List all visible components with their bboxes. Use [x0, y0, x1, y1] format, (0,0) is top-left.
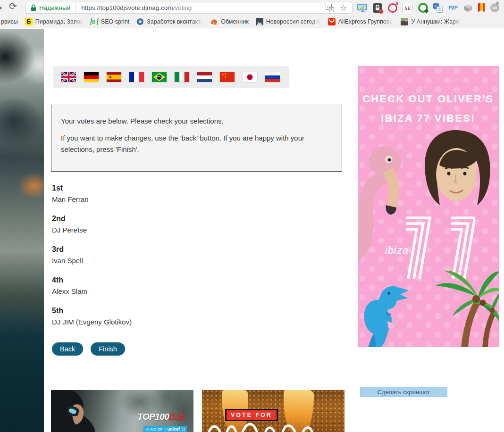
flag-spain[interactable]	[107, 72, 121, 82]
form-buttons: Back Finish	[52, 342, 125, 356]
divider-glyph: |	[164, 427, 165, 432]
ad-headline-line1: CHECK OUT OLIVER'S	[358, 90, 499, 109]
secure-label: Надежный	[39, 4, 70, 11]
mountain-favicon	[256, 18, 263, 25]
flag-germany[interactable]	[84, 72, 99, 82]
djs-text: DJs	[169, 412, 185, 422]
oliver-ibiza77-ad[interactable]: CHECK OUT OLIVER'S IBIZA 77 VIBES!	[358, 66, 499, 347]
flag-netherlands[interactable]	[197, 72, 212, 82]
vote-rank: 3rd	[52, 245, 250, 253]
vote-rank: 2nd	[52, 215, 250, 223]
privacy-lock-extension-icon[interactable]	[372, 2, 383, 14]
vote-rank: 5th	[52, 307, 250, 315]
reload-icon[interactable]: ⟳	[9, 0, 17, 12]
notification-badge	[379, 9, 383, 14]
ibiza-logo-word: ibiza	[385, 244, 409, 256]
translate-white-wen: 文	[437, 7, 443, 13]
unicef-emblem-icon	[182, 428, 185, 431]
palm-trees-image	[416, 261, 499, 347]
unicef-banner: IN AID OF | unicef	[143, 426, 187, 432]
flag-china[interactable]	[220, 72, 235, 82]
bookmarks-bar: рвисы Б Пирамида, Запорож S SEO sprint З…	[0, 16, 504, 28]
squirrel-favicon	[210, 18, 218, 25]
address-bar[interactable]: Надежный https://top100djsvote.djmag.com…	[25, 2, 353, 14]
bookmark-seosprint[interactable]: S SEO sprint	[91, 18, 129, 25]
ud-extension-icon[interactable]: UD	[489, 2, 500, 14]
bookmark-label: рвисы	[1, 18, 18, 25]
bookmark-label: У Аннушки: Жаренн	[411, 18, 462, 25]
top100djs-unicef-ad[interactable]: TOP100DJs IN AID OF | unicef	[51, 390, 193, 432]
screen-share-extension-icon[interactable]	[357, 2, 368, 14]
finish-button[interactable]: Finish	[91, 342, 125, 356]
gismeteo-extension-icon[interactable]	[387, 2, 398, 14]
top100djs-logo: TOP100DJs	[137, 412, 185, 422]
bookmark-star-icon[interactable]: ☆	[340, 4, 347, 12]
vote-rank: 1st	[52, 184, 250, 192]
url-domain: https://top100djsvote.djmag.com	[81, 4, 173, 11]
vote-row: 3rd Ivan Spell	[52, 245, 250, 265]
bookmark-label: Обменник	[221, 18, 248, 25]
script-signature-image	[202, 420, 344, 432]
vote-name: Alexx Slam	[52, 287, 250, 295]
page-content: Your votes are below. Please check your …	[0, 29, 504, 432]
vote-name: DJ JIM (Evgeny Glotikov)	[52, 318, 250, 326]
bookmark-label: Новороссия сегодня	[266, 18, 321, 25]
bookmark-aliexpress[interactable]: AliExpress Групповы	[328, 18, 394, 25]
seosprint-extension-icon[interactable]: SE	[402, 2, 413, 14]
bookmark-label: SEO sprint	[101, 18, 129, 25]
seosprint-favicon: S	[91, 18, 98, 25]
green-q-extension-icon[interactable]	[417, 2, 428, 14]
flag-france[interactable]	[129, 72, 144, 82]
take-screenshot-button[interactable]: Сделать скриншот	[360, 387, 447, 397]
vote-row: 5th DJ JIM (Evgeny Glotikov)	[52, 307, 250, 326]
vote-name: Ivan Spell	[52, 257, 250, 265]
flag-italy[interactable]	[175, 72, 189, 82]
unicef-text: unicef	[168, 427, 180, 432]
cube-extension-icon[interactable]	[462, 2, 474, 14]
translate-extension-icon[interactable]: G 文	[432, 2, 444, 14]
bookmarks-flag-extension-icon[interactable]	[478, 3, 485, 13]
vote-row: 2nd DJ Peretse	[52, 215, 250, 234]
language-flags-bar	[53, 66, 289, 88]
bookmark-obmennik[interactable]: Обменник	[210, 18, 248, 25]
bookmark-label: AliExpress Групповы	[338, 18, 394, 25]
url-text: https://top100djsvote.djmag.com/voting	[81, 4, 192, 11]
background-photo	[0, 29, 44, 432]
flag-japan[interactable]	[243, 72, 257, 82]
se-glyph: SE	[403, 3, 413, 13]
bookmark-piramida[interactable]: Б Пирамида, Запорож	[25, 18, 84, 25]
ad-headline-line2: IBIZA 77 VIBES!	[358, 109, 499, 128]
vote-rank: 4th	[52, 276, 250, 284]
toy-dinosaur-image	[361, 284, 412, 347]
bookmark-zarabotok[interactable]: Заработок вконтакте	[136, 18, 203, 25]
vote-name: DJ Peretse	[52, 226, 250, 234]
translate-wen-glyph: 文	[329, 7, 334, 12]
forward-icon[interactable]	[0, 5, 2, 11]
p2p-extension-icon[interactable]: P2P	[447, 2, 459, 14]
oliver-face-image	[418, 128, 493, 209]
back-button[interactable]: Back	[52, 342, 83, 356]
photo-favicon	[401, 18, 408, 25]
browser-window: ⟳ Надежный https://top100djsvote.djmag.c…	[0, 0, 504, 432]
aliexpress-favicon	[328, 18, 336, 25]
bookmark-novorossiya[interactable]: Новороссия сегодня	[256, 18, 321, 25]
top100-text: TOP100	[137, 412, 169, 422]
vote-list: 1st Mari Ferrari 2nd DJ Peretse 3rd Ivan…	[52, 184, 250, 337]
translate-page-icon[interactable]: G 文	[326, 4, 334, 12]
ad-headline: CHECK OUT OLIVER'S IBIZA 77 VIBES!	[358, 90, 499, 128]
instructions-line1: Your votes are below. Please check your …	[61, 116, 332, 126]
bookmark-annushki[interactable]: У Аннушки: Жаренн	[401, 18, 462, 25]
vote-row: 1st Mari Ferrari	[52, 184, 250, 203]
man-sunglasses-image	[51, 390, 122, 432]
bookmark-label: Заработок вконтакте	[147, 18, 203, 25]
flag-russia[interactable]	[265, 72, 280, 82]
flag-united-kingdom[interactable]	[61, 72, 76, 82]
vote-for-ad[interactable]: VOTE FOR	[202, 390, 344, 432]
vote-row: 4th Alexx Slam	[52, 276, 250, 295]
secure-lock-icon	[31, 4, 36, 11]
flag-brazil[interactable]	[152, 72, 167, 82]
extension-icons-bar: SE G 文 P2P	[357, 0, 500, 16]
bookmark-servicy[interactable]: рвисы	[1, 18, 18, 25]
browser-toolbar: ⟳ Надежный https://top100djsvote.djmag.c…	[0, 0, 504, 16]
omnibox-divider	[76, 4, 76, 12]
